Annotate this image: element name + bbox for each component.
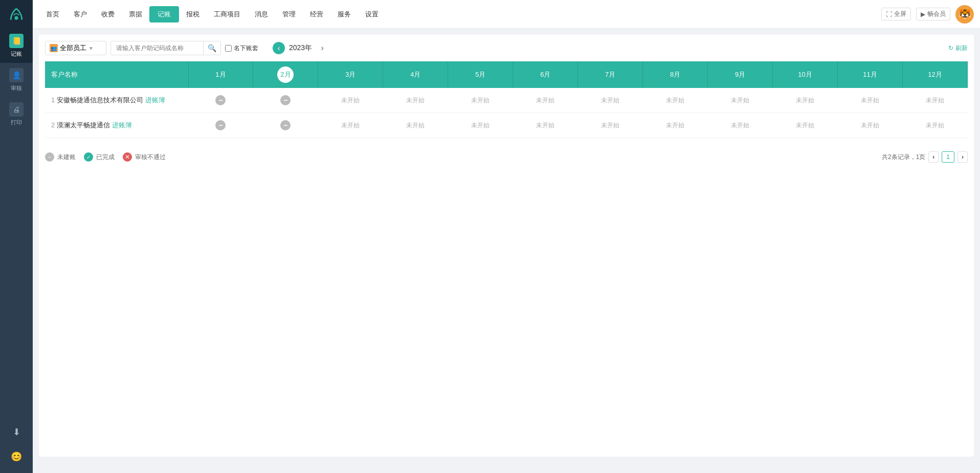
nav-service[interactable]: 服务 [330, 0, 358, 29]
user-avatar[interactable]: 🐯 [955, 5, 974, 24]
page-content: 👥 全部员工 ▼ 🔍 名下账套 ‹ 2023年 › [33, 29, 980, 473]
enter-ledger-link[interactable]: 进账簿 [112, 121, 132, 129]
nav-billing[interactable]: 收费 [94, 0, 122, 29]
status-not-started: 未开始 [926, 122, 944, 129]
nav-ledger[interactable]: 记账 [149, 6, 179, 22]
status-not-started: 未开始 [666, 97, 684, 104]
cell-jan: − [188, 113, 253, 138]
nav-message[interactable]: 消息 [248, 0, 275, 29]
status-not-started: 未开始 [796, 97, 814, 104]
help-icon: 😊 [9, 449, 24, 464]
download-icon: ⬇ [9, 425, 24, 439]
cell-nov: 未开始 [838, 88, 903, 113]
current-page: 1 [942, 151, 954, 163]
my-accounts-checkbox[interactable]: 名下账套 [225, 44, 258, 53]
row-name-cell: 1安徽畅捷通信息技术有限公司 进账簿 [45, 88, 188, 113]
pagination: 共2条记录，1页 ‹ 1 › [882, 151, 968, 163]
col-header-jan: 1月 [188, 61, 253, 88]
chevron-down-icon: ▼ [88, 46, 94, 51]
col-header-nov: 11月 [838, 61, 903, 88]
status-not-started: 未开始 [406, 122, 425, 129]
prev-year-button[interactable]: ‹ [273, 42, 285, 54]
svg-point-0 [14, 16, 18, 20]
my-accounts-check[interactable] [225, 45, 232, 52]
legend-rejected: ✕ 审核不通过 [123, 152, 166, 162]
table-row: 2漠澜太平畅捷通信 进账簿−−未开始未开始未开始未开始未开始未开始未开始未开始未… [45, 113, 968, 138]
prev-page-button[interactable]: ‹ [928, 151, 939, 163]
active-month-circle: 2月 [277, 66, 294, 83]
col-header-jul: 7月 [578, 61, 643, 88]
status-dash-icon: − [280, 95, 291, 105]
cell-feb: − [253, 113, 318, 138]
toolbar: 👥 全部员工 ▼ 🔍 名下账套 ‹ 2023年 › [45, 41, 968, 55]
fullscreen-button[interactable]: ⛶ 全屏 [881, 8, 911, 20]
main-content: 首页 客户 收费 票据 记账 报税 工商项目 消息 管理 经营 服务 设置 ⛶ … [33, 0, 980, 473]
status-not-started: 未开始 [601, 97, 619, 104]
status-dash-icon: − [280, 120, 291, 130]
nav-settings[interactable]: 设置 [358, 0, 386, 29]
year-display: 2023年 [289, 43, 312, 53]
cell-jun: 未开始 [513, 88, 578, 113]
nav-invoice[interactable]: 票据 [122, 0, 149, 29]
nav-manage[interactable]: 管理 [275, 0, 303, 29]
col-header-dec: 12月 [902, 61, 967, 88]
cell-aug: 未开始 [643, 88, 708, 113]
next-page-button[interactable]: › [957, 151, 968, 163]
app-logo[interactable] [0, 0, 33, 29]
refresh-icon: ↻ [948, 44, 953, 52]
cell-feb: − [253, 88, 318, 113]
cell-mar: 未开始 [318, 113, 383, 138]
refresh-button[interactable]: ↻ 刷新 [948, 44, 968, 53]
table-row: 1安徽畅捷通信息技术有限公司 进账簿−−未开始未开始未开始未开始未开始未开始未开… [45, 88, 968, 113]
audit-icon: 👤 [9, 68, 24, 82]
col-header-oct: 10月 [773, 61, 838, 88]
sidebar: 📒 记账 👤 审核 🖨 打印 ⬇ 😊 [0, 0, 33, 473]
sidebar-download[interactable]: ⬇ [0, 421, 33, 443]
ledger-icon: 📒 [9, 34, 24, 48]
sidebar-item-ledger[interactable]: 📒 记账 [0, 29, 33, 63]
completed-icon: ✓ [84, 152, 93, 162]
search-input[interactable] [111, 42, 203, 54]
row-index: 2 [51, 121, 55, 129]
cell-apr: 未开始 [383, 88, 448, 113]
status-not-started: 未开始 [796, 122, 814, 129]
sidebar-item-audit[interactable]: 👤 审核 [0, 63, 33, 97]
sidebar-help[interactable]: 😊 [0, 445, 33, 468]
status-dash-icon: − [215, 120, 226, 130]
next-year-button[interactable]: › [316, 42, 328, 54]
cell-jul: 未开始 [578, 113, 643, 138]
status-not-started: 未开始 [731, 97, 749, 104]
cell-dec: 未开始 [902, 113, 967, 138]
year-navigation: ‹ 2023年 › [273, 42, 328, 54]
vip-button[interactable]: ▶ 畅会员 [916, 8, 950, 20]
col-header-feb: 2月 [253, 61, 318, 88]
enter-ledger-link[interactable]: 进账簿 [145, 96, 165, 104]
nav-tax[interactable]: 报税 [179, 0, 207, 29]
sidebar-bottom: ⬇ 😊 [0, 421, 33, 473]
status-not-started: 未开始 [341, 97, 360, 104]
col-header-name: 客户名称 [45, 61, 188, 88]
legend-not-created: − 未建账 [45, 152, 76, 162]
nav-operation[interactable]: 经营 [303, 0, 330, 29]
status-not-started: 未开始 [731, 122, 749, 129]
search-button[interactable]: 🔍 [203, 41, 220, 55]
content-panel: 👥 全部员工 ▼ 🔍 名下账套 ‹ 2023年 › [39, 35, 974, 457]
employee-dropdown[interactable]: 👥 全部员工 ▼ [45, 41, 106, 55]
cell-apr: 未开始 [383, 113, 448, 138]
status-not-started: 未开始 [926, 97, 944, 104]
cell-may: 未开始 [448, 113, 513, 138]
cell-nov: 未开始 [838, 113, 903, 138]
nav-customer[interactable]: 客户 [66, 0, 94, 29]
status-not-started: 未开始 [471, 97, 489, 104]
nav-home[interactable]: 首页 [39, 0, 66, 29]
status-not-started: 未开始 [536, 122, 554, 129]
nav-industry[interactable]: 工商项目 [207, 0, 248, 29]
sidebar-item-print[interactable]: 🖨 打印 [0, 97, 33, 131]
vip-icon: ▶ [921, 11, 925, 18]
legend-completed: ✓ 已完成 [84, 152, 115, 162]
cell-jul: 未开始 [578, 88, 643, 113]
fullscreen-icon: ⛶ [886, 11, 892, 18]
status-not-started: 未开始 [861, 97, 879, 104]
status-not-started: 未开始 [861, 122, 879, 129]
nav-right-actions: ⛶ 全屏 ▶ 畅会员 🐯 [881, 5, 974, 24]
